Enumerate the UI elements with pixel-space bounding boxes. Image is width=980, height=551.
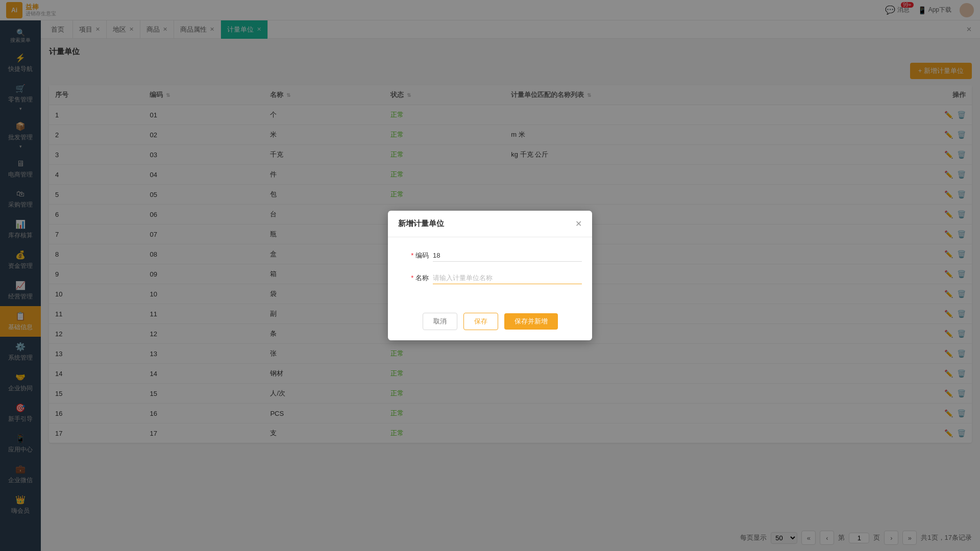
modal-header: 新增计量单位 ✕ (388, 211, 592, 237)
modal-title: 新增计量单位 (398, 219, 444, 229)
add-unit-modal: 新增计量单位 ✕ * 编码 * 名称 取消 保存 保存并新增 (388, 211, 592, 340)
cancel-button[interactable]: 取消 (423, 313, 457, 330)
name-required-mark: * (411, 274, 413, 282)
modal-body: * 编码 * 名称 (388, 237, 592, 307)
name-label: * 名称 (398, 273, 429, 283)
form-row-name: * 名称 (398, 272, 582, 284)
form-row-code: * 编码 (398, 249, 582, 262)
save-button[interactable]: 保存 (463, 313, 498, 330)
code-label: * 编码 (398, 251, 429, 260)
code-input[interactable] (433, 249, 582, 262)
modal-footer: 取消 保存 保存并新增 (388, 307, 592, 340)
modal-close-button[interactable]: ✕ (575, 219, 582, 229)
save-and-new-button[interactable]: 保存并新增 (504, 313, 558, 330)
modal-overlay: 新增计量单位 ✕ * 编码 * 名称 取消 保存 保存并新增 (0, 0, 980, 551)
code-required-mark: * (411, 252, 413, 259)
name-input[interactable] (433, 272, 582, 284)
